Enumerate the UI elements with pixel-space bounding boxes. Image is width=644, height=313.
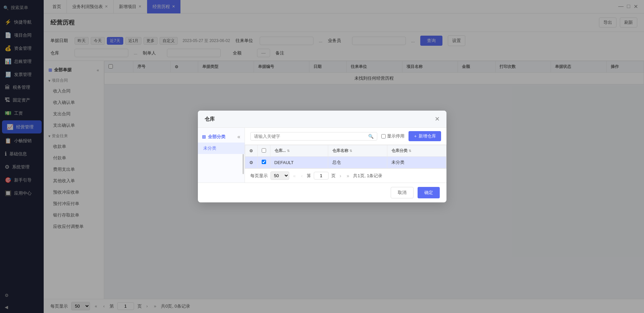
scroll-thumb: [243, 154, 244, 174]
sort-icon-category: ⇅: [409, 149, 411, 153]
dialog-pagination: 每页显示 50 100 « ‹ 算 页 › » 共1页, 1条记录: [245, 168, 446, 183]
dialog-next-btn[interactable]: ›: [338, 172, 343, 179]
confirm-button[interactable]: 确定: [418, 187, 440, 198]
dialog-total: 共1页, 1条记录: [353, 173, 382, 179]
dialog-search-input[interactable]: [254, 134, 366, 139]
row-checkbox[interactable]: [257, 157, 270, 168]
dialog-title: 仓库: [205, 116, 215, 122]
dialog-page-suffix: 页: [331, 173, 336, 179]
show-disabled-toggle[interactable]: 显示停用: [381, 133, 404, 139]
show-disabled-label: 显示停用: [387, 133, 404, 139]
dialog-col-gear[interactable]: ⚙: [245, 145, 257, 157]
sort-icon-name: ⇅: [349, 149, 352, 153]
dialog-left-collapse-btn[interactable]: «: [238, 134, 241, 140]
dialog-left-panel: ⊞ 全部分类 « 未分类: [198, 128, 245, 183]
dialog-page-label: 算: [307, 173, 311, 179]
row-category: 未分类: [387, 157, 446, 168]
show-disabled-checkbox[interactable]: [381, 134, 386, 139]
dialog-table: ⚙ 仓库... ⇅ 仓库名称 ⇅: [245, 145, 446, 168]
dialog-col-category[interactable]: 仓库分类 ⇅: [387, 145, 446, 157]
dialog-select-all[interactable]: [262, 148, 266, 153]
dialog-search-box[interactable]: 🔍: [250, 132, 377, 141]
add-warehouse-button[interactable]: ＋ 新增仓库: [409, 131, 441, 141]
dialog-table-wrap: ⚙ 仓库... ⇅ 仓库名称 ⇅: [245, 145, 446, 168]
dialog-per-page-label: 每页显示: [250, 173, 268, 179]
dialog-left-title: 全部分类: [208, 134, 225, 140]
dialog-col-name[interactable]: 仓库名称 ⇅: [328, 145, 387, 157]
dialog-toolbar: 🔍 显示停用 ＋ 新增仓库: [245, 128, 446, 145]
dialog-page-input[interactable]: [314, 172, 329, 180]
dialog-footer: 取消 确定: [198, 183, 446, 202]
dialog-body: ⊞ 全部分类 « 未分类 🔍: [198, 128, 446, 183]
row-select-checkbox[interactable]: [262, 160, 266, 164]
dialog-header: 仓库 ✕: [198, 111, 446, 128]
cancel-button[interactable]: 取消: [391, 187, 414, 198]
sort-icon-code: ⇅: [287, 149, 290, 153]
table-row[interactable]: ⚙ DEFAULT 总仓 未分类: [245, 157, 446, 168]
dialog-left-item-unclassified[interactable]: 未分类: [198, 143, 245, 154]
row-gear[interactable]: ⚙: [245, 157, 257, 168]
dialog-prev-btn[interactable]: ‹: [300, 172, 304, 179]
hash-icon: ⊞: [202, 134, 206, 140]
dialog-first-btn[interactable]: «: [292, 172, 297, 179]
dialog-col-checkbox[interactable]: [257, 145, 270, 157]
row-code: DEFAULT: [270, 157, 328, 168]
dialog-per-page-select[interactable]: 50 100: [270, 171, 289, 180]
dialog-right-panel: 🔍 显示停用 ＋ 新增仓库 ⚙: [245, 128, 446, 183]
modal-overlay: 仓库 ✕ ⊞ 全部分类 « 未分类: [0, 0, 644, 313]
warehouse-dialog: 仓库 ✕ ⊞ 全部分类 « 未分类: [198, 111, 446, 202]
dialog-last-btn[interactable]: »: [345, 172, 351, 179]
dialog-col-code[interactable]: 仓库... ⇅: [270, 145, 328, 157]
row-name: 总仓: [328, 157, 387, 168]
dialog-close-button[interactable]: ✕: [435, 115, 440, 123]
search-icon: 🔍: [368, 134, 374, 139]
dialog-left-header[interactable]: ⊞ 全部分类 «: [198, 131, 245, 143]
